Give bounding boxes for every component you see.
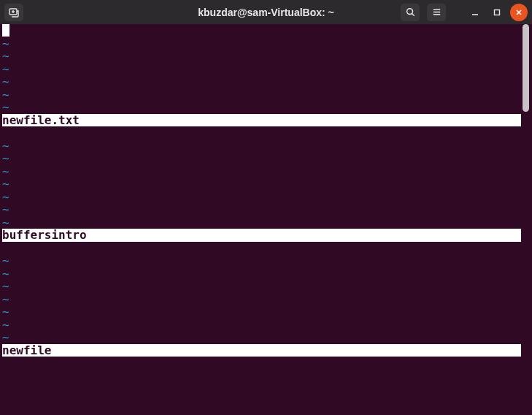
tilde-line: ~ [2, 50, 530, 63]
scrollbar-thumb[interactable] [523, 24, 529, 112]
tilde-line: ~ [2, 140, 530, 153]
tilde-line: ~ [2, 254, 530, 267]
empty-line [2, 126, 530, 140]
close-icon [514, 8, 523, 17]
tilde-line: ~ [2, 331, 530, 344]
svg-point-1 [406, 9, 412, 15]
maximize-icon [493, 8, 501, 17]
tilde-line: ~ [2, 203, 530, 216]
tilde-line: ~ [2, 152, 530, 165]
tilde-line: ~ [2, 267, 530, 281]
vim-statusline: newfile [2, 344, 521, 357]
tilde-line: ~ [2, 88, 530, 102]
tilde-line: ~ [2, 37, 530, 50]
vim-split-0[interactable]: ~~~~~~newfile.txt [2, 24, 530, 126]
minimize-icon [471, 8, 479, 17]
vim-statusline: buffersintro [2, 229, 521, 242]
new-tab-button[interactable] [4, 4, 23, 21]
titlebar: kbuzdar@sam-VirtualBox: ~ [0, 0, 532, 24]
tilde-line: ~ [2, 165, 530, 178]
new-tab-icon [8, 7, 20, 18]
titlebar-left [4, 4, 26, 21]
minimize-button[interactable] [466, 4, 484, 21]
tilde-line: ~ [2, 319, 530, 332]
vim-split-2[interactable]: ~~~~~~~newfile [2, 242, 530, 357]
tilde-line: ~ [2, 63, 530, 76]
cursor-line [2, 24, 530, 37]
search-button[interactable] [401, 4, 420, 21]
close-button[interactable] [510, 4, 528, 21]
tilde-line: ~ [2, 101, 530, 114]
search-icon [405, 7, 416, 18]
tilde-line: ~ [2, 191, 530, 204]
svg-rect-7 [495, 9, 500, 15]
empty-line [2, 242, 530, 255]
tilde-line: ~ [2, 216, 530, 229]
tilde-line: ~ [2, 178, 530, 191]
tilde-line: ~ [2, 293, 530, 306]
vim-split-1[interactable]: ~~~~~~~buffersintro [2, 126, 530, 242]
hamburger-icon [431, 7, 442, 18]
tilde-line: ~ [2, 75, 530, 88]
vim-statusline: newfile.txt [2, 114, 521, 127]
maximize-button[interactable] [488, 4, 506, 21]
terminal-area[interactable]: ~~~~~~newfile.txt~~~~~~~buffersintro~~~~… [2, 24, 530, 413]
tilde-line: ~ [2, 280, 530, 293]
menu-button[interactable] [427, 4, 446, 21]
tilde-line: ~ [2, 305, 530, 319]
titlebar-right [401, 4, 528, 21]
svg-line-2 [412, 14, 414, 16]
cursor-block [2, 24, 9, 37]
